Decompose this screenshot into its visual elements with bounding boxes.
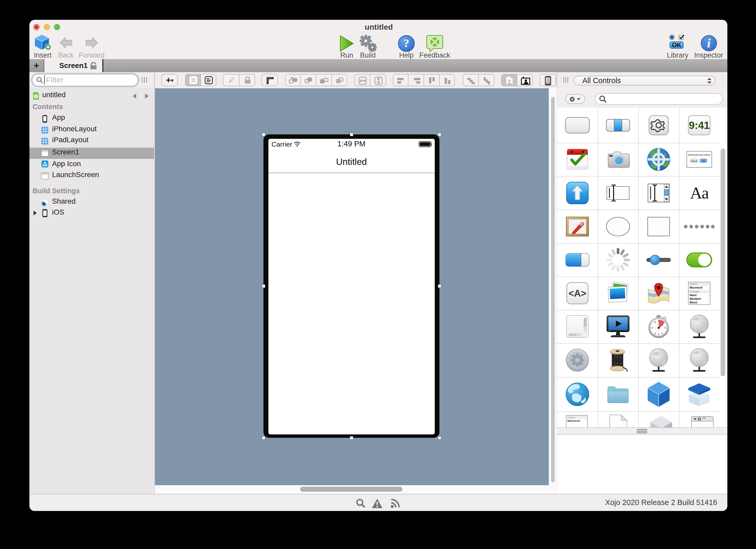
svg-text:OK: OK [672,41,682,48]
svg-text:?: ? [404,37,409,50]
svg-text:›: › [708,301,709,304]
svg-text:Navel: Navel [690,294,697,297]
svg-text:Mandarin: Mandarin [690,298,701,300]
svg-text:Apples: Apples [690,283,698,286]
svg-text:›: › [708,286,709,289]
svg-text:›: › [708,298,709,300]
svg-text:9:41: 9:41 [689,119,710,131]
svg-text:Apples: Apples [568,416,575,419]
svg-text:Oranges: Oranges [690,290,700,293]
svg-text:<A>: <A> [569,288,586,299]
svg-text:Cancel: Cancel [691,160,697,162]
svg-text:OK: OK [702,160,705,162]
svg-text:Macintosh: Macintosh [568,419,580,422]
svg-text:Something went wrong. Continue: Something went wrong. Continue? [688,154,710,156]
svg-text:Macintosh: Macintosh [690,286,702,289]
svg-text:›: › [586,419,587,422]
svg-text:›: › [708,294,709,297]
svg-text:i: i [707,36,711,50]
svg-text:Blood: Blood [690,301,697,304]
